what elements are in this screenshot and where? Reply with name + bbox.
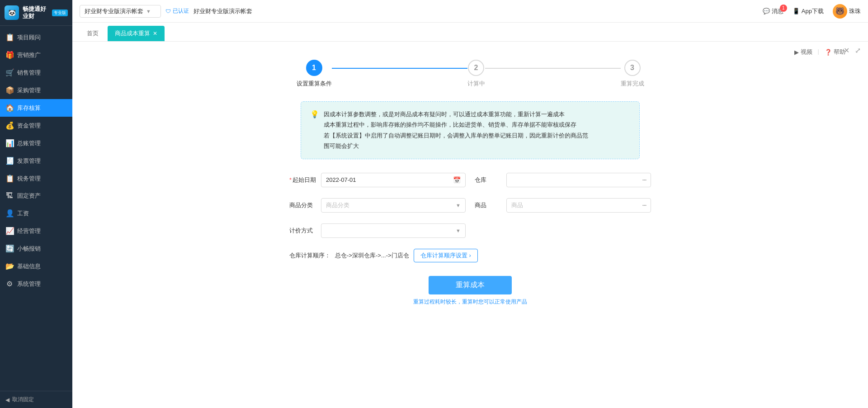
warehouse-order-btn-label: 仓库计算顺序设置 (420, 251, 467, 260)
step-1-num: 1 (312, 64, 316, 72)
basic-icon: 📂 (5, 262, 14, 270)
step-1: 1 设置重算条件 (297, 60, 332, 88)
content-area: ▶ 视频 | ❓ 帮助 ✕ ⤢ 1 设置重算条件 (72, 42, 868, 408)
product-field: 商品 商品 ··· (475, 198, 651, 213)
sidebar-item-assets[interactable]: 🏗 固定资产 (0, 187, 72, 204)
account-selector-text: 好业财专业版演示帐套 (85, 7, 143, 15)
form-row-1: *起始日期 2022-07-01 📅 仓库 ··· (289, 173, 651, 187)
sidebar-unpin-button[interactable]: ◀ 取消固定 (0, 391, 72, 408)
tax-icon: 📋 (5, 174, 14, 183)
step-line-done (332, 68, 467, 69)
recalc-button[interactable]: 重算成本 (429, 276, 512, 294)
sidebar-item-accounting[interactable]: 📊 总账管理 (0, 134, 72, 152)
sidebar-item-inventory[interactable]: 🏠 库存核算 (0, 99, 72, 117)
notification-badge: 1 (780, 5, 787, 12)
app-logo: 🐼 (5, 5, 19, 20)
chevron-right-icon: › (469, 252, 471, 259)
category-select[interactable]: 商品分类 ▼ (321, 198, 466, 213)
close-button[interactable]: ✕ (844, 46, 849, 55)
pricing-select[interactable]: ▼ (321, 223, 466, 238)
sidebar-item-label: 小畅报销 (17, 245, 41, 253)
sidebar-item-label: 系统管理 (17, 280, 41, 288)
user-name: 珠珠 (849, 7, 861, 15)
sidebar-item-tax[interactable]: 📋 税务管理 (0, 170, 72, 187)
form-row-3: 计价方式 ▼ (289, 223, 651, 238)
recalc-hint: 重算过程耗时较长，重算时您可以正常使用产品 (289, 298, 651, 306)
sidebar-item-label: 库存核算 (17, 104, 41, 112)
expand-button[interactable]: ⤢ (855, 46, 861, 55)
home-tab-label: 首页 (87, 29, 99, 38)
verified-text: 已认证 (173, 7, 189, 15)
account-selector[interactable]: 好业财专业版演示帐套 ▼ (80, 5, 161, 18)
message-button[interactable]: 💬 消息 1 (763, 7, 783, 15)
product-input[interactable]: 商品 ··· (506, 198, 651, 213)
step-2-label: 计算中 (467, 80, 485, 88)
tab-close-icon[interactable]: ✕ (153, 30, 157, 37)
sidebar-item-label: 总账管理 (17, 139, 41, 147)
sidebar-item-basic[interactable]: 📂 基础信息 (0, 257, 72, 275)
step-connector-2 (485, 60, 621, 69)
sidebar-item-project[interactable]: 📋 项目顾问 (0, 28, 72, 46)
category-label: 商品分类 (289, 201, 316, 209)
sidebar-header: 🐼 畅捷通好业财 专业版 (0, 0, 72, 26)
tab-home[interactable]: 首页 (80, 26, 106, 41)
start-date-input[interactable]: 2022-07-01 📅 (321, 173, 466, 187)
system-icon: ⚙ (5, 280, 14, 288)
category-placeholder: 商品分类 (326, 201, 349, 209)
warehouse-input[interactable]: ··· (506, 173, 651, 187)
pricing-field: 计价方式 ▼ (289, 223, 466, 238)
category-field: 商品分类 商品分类 ▼ (289, 198, 466, 213)
ellipsis-icon: ··· (642, 200, 646, 210)
content-inner: 1 设置重算条件 2 计算中 (72, 42, 868, 408)
sidebar-item-label: 项目顾问 (17, 33, 41, 42)
info-line-2: 成本重算过程中，影响库存账的操作均不能操作，比如进货单、销货单、库存单据不能审核… (324, 119, 588, 130)
sidebar-nav: 📋 项目顾问 🎁 营销推广 🛒 销售管理 📦 采购管理 🏠 库存核算 💰 资金管… (0, 26, 72, 391)
sidebar-item-label: 固定资产 (17, 192, 41, 200)
sidebar-item-sales[interactable]: 🛒 销售管理 (0, 64, 72, 81)
tab-recalc[interactable]: 商品成本重算 ✕ (108, 26, 165, 41)
sidebar-item-finance[interactable]: 💰 资金管理 (0, 117, 72, 134)
warehouse-order-btn[interactable]: 仓库计算顺序设置 › (414, 249, 478, 262)
assets-icon: 🏗 (5, 192, 14, 200)
topbar: 好业财专业版演示帐套 ▼ 🛡 已认证 好业财专业版演示帐套 💬 消息 1 📱 A… (72, 0, 868, 23)
main-area: 好业财专业版演示帐套 ▼ 🛡 已认证 好业财专业版演示帐套 💬 消息 1 📱 A… (72, 0, 868, 408)
step-2-num: 2 (474, 64, 478, 72)
step-2: 2 计算中 (467, 60, 485, 88)
warehouse-order-value: 总仓->深圳仓库->...->门店仓 (335, 251, 409, 260)
sidebar-item-label: 营销推广 (17, 51, 41, 59)
app-download-label: App下载 (802, 7, 824, 15)
pricing-label: 计价方式 (289, 227, 316, 235)
step-1-circle: 1 (306, 60, 322, 76)
verified-badge: 🛡 已认证 (165, 7, 189, 15)
sidebar-item-label: 工资 (17, 209, 29, 218)
app-title: 畅捷通好业财 (23, 5, 48, 19)
sidebar-item-label: 采购管理 (17, 86, 41, 95)
sidebar-item-marketing[interactable]: 🎁 营销推广 (0, 46, 72, 64)
sidebar-item-system[interactable]: ⚙ 系统管理 (0, 275, 72, 293)
app-download-button[interactable]: 📱 App下载 (793, 7, 824, 15)
step-3-circle: 3 (624, 60, 641, 76)
step-indicator: 1 设置重算条件 2 计算中 (90, 55, 850, 88)
warehouse-order-row: 仓库计算顺序： 总仓->深圳仓库->...->门店仓 仓库计算顺序设置 › (289, 249, 651, 262)
sidebar-item-invoice[interactable]: 🧾 发票管理 (0, 152, 72, 170)
finance-icon: 💰 (5, 121, 14, 130)
calendar-icon[interactable]: 📅 (453, 176, 461, 184)
sidebar-item-label: 基础信息 (17, 262, 41, 270)
sales-icon: 🛒 (5, 68, 14, 77)
sidebar-item-label: 发票管理 (17, 157, 41, 165)
message-icon: 💬 (763, 8, 770, 14)
sidebar-item-salary[interactable]: 👤 工资 (0, 204, 72, 222)
sidebar: 🐼 畅捷通好业财 专业版 📋 项目顾问 🎁 营销推广 🛒 销售管理 📦 采购管理… (0, 0, 72, 408)
info-line-3: 若【系统设置】中启用了自动调整记账日期时，会调整入库单的整单记账日期，因此重新计… (324, 130, 588, 141)
sidebar-item-operation[interactable]: 📈 经营管理 (0, 222, 72, 240)
recalc-section: 重算成本 重算过程耗时较长，重算时您可以正常使用产品 (289, 276, 651, 306)
invoice-icon: 🧾 (5, 157, 14, 165)
sidebar-item-purchase[interactable]: 📦 采购管理 (0, 81, 72, 99)
sidebar-item-label: 销售管理 (17, 69, 41, 77)
tab-bar: 首页 商品成本重算 ✕ (72, 23, 868, 42)
app-title-wrap: 畅捷通好业财 (23, 5, 48, 19)
help-icon: ❓ (825, 49, 832, 56)
sidebar-item-expense[interactable]: 🔄 小畅报销 (0, 240, 72, 257)
user-profile-button[interactable]: 🐻 珠珠 (833, 4, 861, 19)
window-controls: ✕ ⤢ (844, 46, 861, 55)
